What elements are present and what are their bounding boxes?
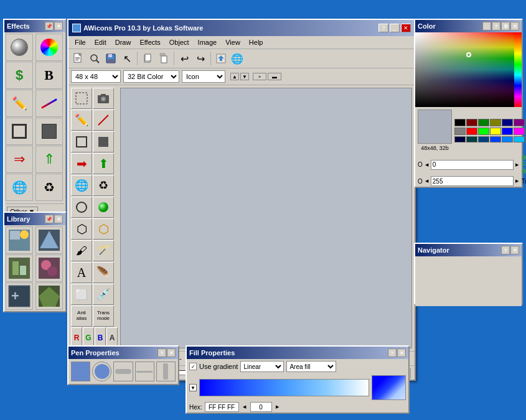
swatch-royal-blue[interactable] — [490, 136, 501, 142]
use-gradient-checkbox[interactable]: ✓ — [189, 363, 197, 370]
transp-left-arrow[interactable]: ◀ — [424, 178, 430, 184]
swatch-black[interactable] — [454, 119, 466, 126]
nav-up-button[interactable]: ▲ — [230, 73, 239, 80]
effect-dollar[interactable]: $ — [6, 62, 33, 89]
hex-outline-tool[interactable]: ⬡ — [71, 218, 92, 240]
minimize-button[interactable]: _ — [390, 24, 400, 32]
swatch-light-blue[interactable] — [514, 136, 525, 142]
menu-object[interactable]: Object — [166, 37, 193, 47]
swatch-sky-blue[interactable] — [502, 136, 513, 142]
eraser-tool[interactable]: ⬜ — [71, 284, 92, 305]
fill-num-input[interactable] — [250, 402, 272, 412]
swatch-gray[interactable] — [454, 128, 466, 135]
antialias-button[interactable]: Antialias — [71, 306, 92, 327]
fill-val-right[interactable]: ▶ — [275, 404, 281, 410]
color-btn-3[interactable]: ⚙ — [501, 22, 510, 30]
pen-shape-line[interactable] — [113, 362, 133, 381]
effect-arrow-right[interactable]: ⇒ — [6, 146, 33, 173]
transp-right-arrow[interactable]: ▶ — [514, 178, 520, 184]
effects-close-button[interactable]: ✕ — [54, 22, 63, 30]
transmode-button[interactable]: Transmode — [93, 306, 114, 327]
drawing-canvas[interactable] — [120, 88, 412, 348]
library-pin-button[interactable]: 📌 — [45, 215, 54, 223]
opacity-right-arrow[interactable]: ▶ — [514, 162, 520, 168]
pen-close-button[interactable]: ✕ — [167, 348, 176, 357]
effect-b[interactable]: B — [35, 62, 63, 89]
undo-button[interactable]: ↩ — [177, 51, 192, 66]
pen-shape-vertical[interactable] — [156, 362, 176, 381]
remove-layer-button[interactable]: ▬ — [268, 73, 281, 80]
help-button[interactable]: ? — [378, 24, 388, 32]
new-document-button[interactable] — [71, 51, 86, 66]
pen-shape-thin-line[interactable] — [135, 362, 154, 381]
fill-val-left[interactable]: ◀ — [242, 404, 248, 410]
effect-recycle[interactable]: ♻ — [35, 174, 63, 201]
menu-help[interactable]: Help — [245, 37, 267, 47]
library-item-3[interactable] — [6, 254, 33, 282]
fill-hex-input[interactable] — [205, 402, 239, 412]
arrow-up-tool[interactable]: ⬆ — [93, 153, 114, 174]
text-tool[interactable]: A — [71, 262, 92, 283]
selection-tool[interactable] — [71, 88, 92, 109]
effect-square-outline[interactable] — [6, 118, 33, 145]
hex-filled-tool[interactable]: ⬡ — [93, 218, 114, 240]
recycle-tool[interactable]: ♻ — [93, 175, 114, 196]
swatch-purple[interactable] — [514, 119, 525, 126]
effect-sphere[interactable] — [6, 34, 33, 61]
swatch-lime[interactable] — [478, 128, 489, 135]
opacity-input[interactable] — [431, 160, 514, 170]
close-button[interactable]: ✕ — [401, 24, 411, 32]
effect-square-filled[interactable] — [35, 118, 63, 145]
square-outline-tool[interactable] — [71, 131, 92, 152]
color-close-button[interactable]: ✕ — [510, 22, 519, 30]
dropper-tool[interactable]: 💉 — [93, 284, 114, 305]
swatch-dark-green[interactable] — [478, 119, 489, 126]
swatch-dark-blue[interactable] — [502, 119, 513, 126]
swatch-yellow[interactable] — [490, 128, 501, 135]
paste-button[interactable] — [156, 51, 171, 66]
magic-wand-tool[interactable]: 🪄 — [93, 240, 114, 261]
line-tool[interactable] — [93, 110, 114, 131]
cursor-tool-button[interactable]: ↖ — [120, 51, 134, 66]
arrow-right-tool[interactable]: ➡ — [71, 153, 92, 174]
library-item-2[interactable] — [35, 226, 63, 254]
copy-button[interactable] — [140, 51, 155, 66]
swatch-olive[interactable] — [490, 119, 501, 126]
menu-edit[interactable]: Edit — [91, 37, 110, 47]
opacity-left-arrow[interactable]: ◀ — [424, 162, 430, 168]
effect-arrow-up[interactable]: ⇑ — [35, 146, 63, 173]
menu-effects[interactable]: Effects — [136, 37, 164, 47]
export-button[interactable] — [214, 51, 228, 66]
fill-help-button[interactable]: ? — [388, 348, 397, 357]
fill-close-button[interactable]: ✕ — [397, 348, 406, 357]
swatch-red[interactable] — [466, 128, 477, 135]
fill-type-dropdown[interactable]: Area fill — [286, 361, 336, 372]
nav-help-button[interactable]: ? — [501, 246, 510, 254]
menu-view[interactable]: View — [222, 37, 244, 47]
library-item-6[interactable] — [35, 282, 63, 310]
swatch-steel-blue[interactable] — [478, 136, 489, 142]
color-hue-bar[interactable] — [514, 32, 522, 107]
swatch-dark-red[interactable] — [466, 119, 477, 126]
effect-globe[interactable]: 🌐 — [6, 174, 33, 201]
feather-tool[interactable]: 🪶 — [93, 262, 114, 283]
menu-file[interactable]: File — [71, 37, 90, 47]
color-btn-1[interactable]: □ — [482, 22, 491, 30]
web-button[interactable]: 🌐 — [230, 51, 245, 66]
swatch-navy[interactable] — [454, 136, 466, 142]
library-item-4[interactable] — [35, 254, 63, 282]
globe-tool[interactable]: 🌐 — [71, 175, 92, 196]
brush-tool[interactable]: 🖌 — [71, 240, 92, 261]
square-filled-tool[interactable] — [93, 131, 114, 152]
library-item-1[interactable] — [6, 226, 33, 254]
color-depth-dropdown[interactable]: 32 Bit Color — [123, 70, 179, 83]
pen-help-button[interactable]: ? — [157, 348, 166, 357]
pencil-tool[interactable]: ✏️ — [71, 110, 92, 131]
save-button[interactable] — [103, 51, 118, 66]
swatch-blue[interactable] — [502, 128, 513, 135]
zoom-button[interactable] — [87, 51, 102, 66]
nav-down-button[interactable]: ▼ — [240, 73, 249, 80]
gradient-preview[interactable] — [199, 379, 369, 396]
type-dropdown[interactable]: Icon — [182, 70, 225, 83]
effects-pin-button[interactable]: 📌 — [45, 22, 54, 30]
